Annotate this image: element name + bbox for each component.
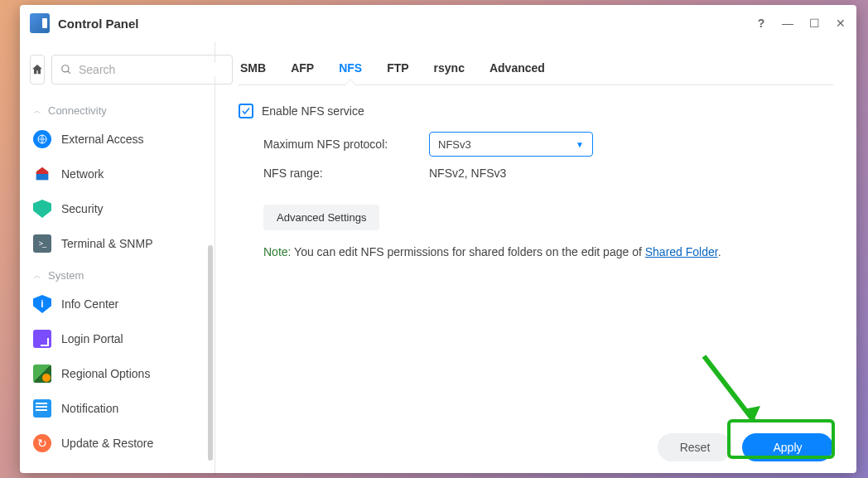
nav-regional-options[interactable]: Regional Options — [20, 356, 215, 391]
section-label: System — [48, 269, 84, 282]
nav-label: Terminal & SNMP — [61, 237, 152, 250]
apply-button[interactable]: Apply — [742, 433, 833, 461]
reset-button[interactable]: Reset — [658, 433, 732, 461]
note-suffix: . — [718, 245, 721, 258]
main-panel: SMB AFP NFS FTP rsync Advanced Enable NF… — [215, 41, 856, 473]
window-title: Control Panel — [58, 17, 755, 31]
update-icon — [33, 434, 51, 452]
help-button[interactable]: ? — [755, 17, 767, 29]
info-icon — [33, 295, 51, 313]
nav-notification[interactable]: Notification — [20, 391, 215, 426]
nav-label: Security — [61, 202, 104, 215]
enable-nfs-checkbox[interactable] — [239, 104, 253, 118]
tab-advanced[interactable]: Advanced — [488, 56, 547, 84]
nav-label: External Access — [61, 133, 144, 146]
nav-label: Info Center — [61, 297, 118, 311]
tab-rsync[interactable]: rsync — [432, 56, 466, 84]
chevron-down-icon: ▼ — [576, 140, 584, 149]
regional-icon — [33, 365, 51, 383]
nav-external-access[interactable]: External Access — [20, 122, 215, 157]
chevron-up-icon: ︿ — [33, 105, 41, 117]
tab-smb[interactable]: SMB — [239, 56, 268, 84]
svg-point-0 — [62, 65, 69, 72]
enable-nfs-label: Enable NFS service — [262, 104, 364, 118]
nav-terminal-snmp[interactable]: Terminal & SNMP — [20, 226, 215, 261]
tab-ftp[interactable]: FTP — [385, 56, 410, 84]
nav-login-portal[interactable]: Login Portal — [20, 321, 215, 356]
select-value: NFSv3 — [438, 138, 471, 151]
search-input[interactable] — [79, 63, 224, 76]
note-body: You can edit NFS permissions for shared … — [291, 245, 644, 258]
window-controls: ? — ☐ ✕ — [755, 17, 846, 29]
svg-rect-3 — [36, 174, 49, 180]
maximize-button[interactable]: ☐ — [808, 17, 820, 29]
tab-afp[interactable]: AFP — [289, 56, 316, 84]
check-icon — [241, 106, 251, 116]
terminal-icon — [33, 234, 51, 253]
max-protocol-label: Maximum NFS protocol: — [263, 138, 429, 151]
control-panel-window: Control Panel ? — ☐ ✕ ︿ — [20, 5, 856, 473]
section-system[interactable]: ︿ System — [20, 261, 215, 287]
nfs-range-value: NFSv2, NFSv3 — [429, 167, 506, 180]
svg-line-1 — [68, 71, 70, 74]
nav-info-center[interactable]: Info Center — [20, 287, 215, 321]
nav-label: Regional Options — [61, 367, 150, 380]
section-connectivity[interactable]: ︿ Connectivity — [20, 96, 215, 122]
network-icon — [33, 165, 51, 183]
tab-nfs[interactable]: NFS — [337, 56, 364, 84]
home-button[interactable] — [30, 55, 45, 84]
tab-bar: SMB AFP NFS FTP rsync Advanced — [239, 56, 833, 85]
sidebar: ︿ Connectivity External Access Network — [20, 41, 215, 473]
chevron-up-icon: ︿ — [33, 270, 41, 282]
nav-network[interactable]: Network — [20, 157, 215, 191]
nfs-content: Enable NFS service Maximum NFS protocol:… — [239, 85, 833, 423]
advanced-settings-button[interactable]: Advanced Settings — [263, 205, 379, 230]
nav-security[interactable]: Security — [20, 191, 215, 226]
nav-label: Login Portal — [61, 332, 123, 345]
titlebar: Control Panel ? — ☐ ✕ — [20, 5, 856, 41]
search-icon — [60, 64, 72, 75]
login-portal-icon — [33, 330, 51, 348]
minimize-button[interactable]: — — [782, 17, 793, 29]
sidebar-scrollbar[interactable] — [208, 245, 213, 461]
body-area: ︿ Connectivity External Access Network — [20, 41, 856, 473]
max-protocol-select[interactable]: NFSv3 ▼ — [429, 132, 593, 157]
nfs-range-label: NFS range: — [263, 167, 429, 180]
nav-update-restore[interactable]: Update & Restore — [20, 426, 215, 461]
footer-buttons: Reset Apply — [239, 423, 833, 461]
section-label: Connectivity — [48, 104, 107, 117]
note-prefix: Note: — [263, 245, 291, 258]
nav-label: Update & Restore — [61, 437, 153, 450]
search-box[interactable] — [51, 55, 233, 84]
notification-icon — [33, 399, 51, 418]
close-button[interactable]: ✕ — [835, 17, 846, 29]
shared-folder-link[interactable]: Shared Folder — [645, 245, 718, 258]
home-icon — [31, 63, 44, 76]
note-text: Note: You can edit NFS permissions for s… — [263, 245, 833, 258]
app-icon — [30, 13, 50, 33]
nav-label: Network — [61, 167, 104, 181]
nav-label: Notification — [61, 402, 118, 415]
security-icon — [33, 200, 51, 218]
external-access-icon — [33, 130, 51, 148]
